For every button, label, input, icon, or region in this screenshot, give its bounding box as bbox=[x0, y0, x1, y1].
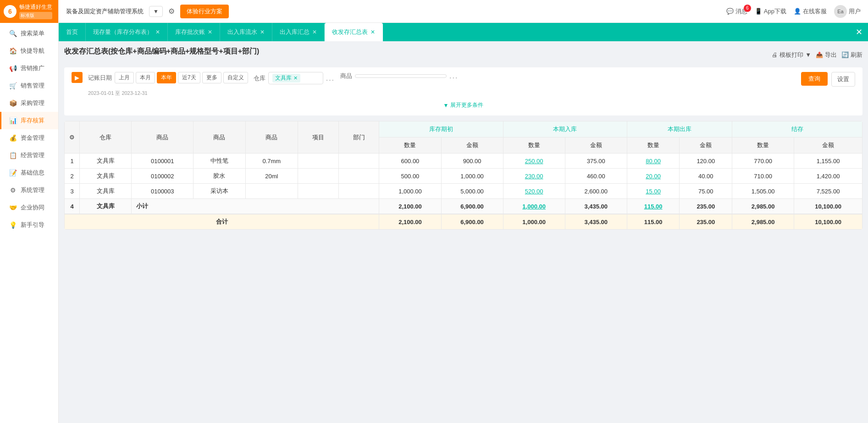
col-department: 部门 bbox=[338, 121, 379, 154]
tab-recv-send-summary[interactable]: 收发存汇总表✕ bbox=[325, 23, 383, 41]
sidebar-item-guide[interactable]: 💡 新手引导 bbox=[0, 216, 58, 234]
col-name: 商品 bbox=[194, 121, 245, 154]
warehouse-filter-input[interactable]: 文具库 ✕ bbox=[268, 72, 323, 84]
sidebar-item-sales[interactable]: 🛒 销售管理 bbox=[0, 77, 58, 94]
sidebar-icon-system: ⚙ bbox=[9, 187, 17, 194]
tab-batch[interactable]: 库存批次账✕ bbox=[168, 23, 220, 41]
sidebar-icon-search: 🔍 bbox=[9, 30, 17, 37]
print-dropdown-icon: ▼ bbox=[805, 51, 811, 58]
sidebar-item-enterprise[interactable]: 🤝 企业协同 bbox=[0, 199, 58, 216]
page-content: 收发存汇总表(按仓库+商品编码+商品+规格型号+项目+部门) 🖨 模板打印 ▼ … bbox=[59, 41, 868, 423]
date-btn-上月[interactable]: 上月 bbox=[115, 72, 134, 83]
warehouse-more[interactable]: ... bbox=[326, 74, 335, 82]
sidebar-item-system[interactable]: ⚙ 系统管理 bbox=[0, 181, 58, 199]
sidebar-icon-basic-info: 📝 bbox=[9, 169, 17, 176]
sidebar-item-inventory[interactable]: 📊 库存核算 bbox=[0, 112, 58, 129]
col-code: 商品 bbox=[132, 121, 194, 154]
expand-icon: ▼ bbox=[443, 102, 449, 109]
sidebar-icon-finance: 💰 bbox=[9, 134, 17, 142]
tab-label-inout-flow: 出入库流水 bbox=[227, 28, 257, 36]
user-action[interactable]: Ea 用户 bbox=[834, 5, 861, 18]
tab-stock-dist[interactable]: 现存量（库存分布表）✕ bbox=[86, 23, 168, 41]
download-icon: 📱 bbox=[755, 8, 762, 15]
table-row: 2 文具库 0100002 胶水 20ml 500.00 1,000.00 23… bbox=[65, 169, 862, 184]
page-header: 收发存汇总表(按仓库+商品编码+商品+规格型号+项目+部门) 🖨 模板打印 ▼ … bbox=[64, 47, 862, 63]
row-project bbox=[298, 154, 339, 169]
total-close-qty: 2,985.00 bbox=[732, 214, 794, 230]
print-action[interactable]: 🖨 模板打印 ▼ bbox=[772, 51, 811, 59]
col-in-qty: 数量 bbox=[503, 137, 565, 154]
subtotal-out-qty: 115.00 bbox=[627, 199, 680, 214]
sidebar-label-enterprise: 企业协同 bbox=[21, 203, 44, 212]
filter-toggle-btn[interactable]: ▶ bbox=[72, 72, 83, 83]
subtotal-open-qty: 2,100.00 bbox=[379, 199, 441, 214]
online-service-action[interactable]: 👤 在线客服 bbox=[794, 7, 827, 16]
tab-close-inout-summary[interactable]: ✕ bbox=[312, 29, 317, 35]
tab-close-batch[interactable]: ✕ bbox=[208, 29, 212, 35]
sidebar-label-marketing: 营销推广 bbox=[21, 64, 44, 72]
total-out-amt: 235.00 bbox=[680, 214, 732, 230]
subtotal-close-amt: 10,100.00 bbox=[794, 199, 862, 214]
date-btn-本年[interactable]: 本年 bbox=[157, 72, 176, 83]
sidebar-item-operation[interactable]: 📋 经营管理 bbox=[0, 147, 58, 164]
row-out-qty[interactable]: 80.00 bbox=[627, 154, 680, 169]
messages-action[interactable]: 💬 消息 6 bbox=[726, 7, 747, 16]
sidebar-item-purchase[interactable]: 📦 采购管理 bbox=[0, 94, 58, 112]
avatar: Ea bbox=[834, 5, 847, 18]
tab-inout-summary[interactable]: 出入库汇总✕ bbox=[272, 23, 325, 41]
system-selector[interactable]: ▼ bbox=[149, 6, 163, 17]
row-open-amt: 1,000.00 bbox=[441, 169, 503, 184]
settings-icon[interactable]: ⚙ bbox=[168, 7, 175, 16]
row-close-qty: 770.00 bbox=[732, 154, 794, 169]
warehouse-tag-close[interactable]: ✕ bbox=[293, 75, 298, 81]
tab-bar: 首页现存量（库存分布表）✕库存批次账✕出入库流水✕出入库汇总✕收发存汇总表✕✕ bbox=[59, 23, 868, 41]
total-close-amt: 10,100.00 bbox=[794, 214, 862, 230]
main-content: 装备及固定资产辅助管理系统 ▼ ⚙ 体验行业方案 💬 消息 6 📱 App下载 … bbox=[59, 0, 868, 423]
query-button[interactable]: 查询 bbox=[801, 72, 828, 86]
sidebar-item-basic-info[interactable]: 📝 基础信息 bbox=[0, 164, 58, 181]
row-in-qty[interactable]: 250.00 bbox=[503, 154, 565, 169]
refresh-action[interactable]: 🔄 刷新 bbox=[841, 51, 862, 59]
service-icon: 👤 bbox=[794, 8, 801, 15]
expand-conditions-btn[interactable]: ▼ 展开更多条件 bbox=[440, 99, 487, 111]
logo-icon: 6 bbox=[4, 5, 17, 18]
sidebar-icon-quick-nav: 🏠 bbox=[9, 47, 17, 55]
row-no: 2 bbox=[65, 169, 80, 184]
sidebar-item-finance[interactable]: 💰 资金管理 bbox=[0, 129, 58, 147]
tab-inout-flow[interactable]: 出入库流水✕ bbox=[220, 23, 272, 41]
tab-bar-close-all[interactable]: ✕ bbox=[850, 27, 868, 37]
subtotal-row: 4 文具库 小计 2,100.00 6,900.00 1,000.00 3,43… bbox=[65, 199, 862, 214]
row-open-amt: 900.00 bbox=[441, 154, 503, 169]
row-in-qty[interactable]: 230.00 bbox=[503, 169, 565, 184]
tab-home[interactable]: 首页 bbox=[59, 23, 86, 41]
row-close-amt: 1,155.00 bbox=[794, 154, 862, 169]
date-btn-自定义[interactable]: 自定义 bbox=[223, 72, 248, 83]
date-btn-更多[interactable]: 更多 bbox=[202, 72, 221, 83]
sidebar-item-quick-nav[interactable]: 🏠 快捷导航 bbox=[0, 42, 58, 60]
row-name: 胶水 bbox=[194, 169, 245, 184]
settings-button[interactable]: 设置 bbox=[831, 72, 855, 87]
sidebar-logo: 6 畅捷通好生意 标准版 bbox=[0, 0, 58, 23]
date-btn-本月[interactable]: 本月 bbox=[136, 72, 155, 83]
sidebar-icon-purchase: 📦 bbox=[9, 99, 17, 107]
row-out-qty[interactable]: 15.00 bbox=[627, 184, 680, 199]
product-more[interactable]: ... bbox=[449, 72, 458, 80]
product-filter-input[interactable] bbox=[355, 74, 447, 78]
sidebar-label-system: 系统管理 bbox=[21, 186, 44, 194]
tab-close-inout-flow[interactable]: ✕ bbox=[260, 29, 265, 35]
sidebar-item-marketing[interactable]: 📢 营销推广 bbox=[0, 60, 58, 77]
tab-close-recv-send-summary[interactable]: ✕ bbox=[370, 29, 375, 35]
col-settings[interactable]: ⚙ bbox=[65, 121, 80, 154]
date-btn-近7天[interactable]: 近7天 bbox=[178, 72, 200, 83]
tab-close-stock-dist[interactable]: ✕ bbox=[155, 29, 160, 35]
sidebar-item-search[interactable]: 🔍 搜索菜单 bbox=[0, 25, 58, 42]
sidebar-icon-marketing: 📢 bbox=[9, 65, 17, 72]
trial-button[interactable]: 体验行业方案 bbox=[180, 5, 229, 18]
sidebar-label-finance: 资金管理 bbox=[21, 134, 44, 142]
col-warehouse: 仓库 bbox=[80, 121, 132, 154]
row-out-qty[interactable]: 20.00 bbox=[627, 169, 680, 184]
export-action[interactable]: 📤 导出 bbox=[816, 51, 837, 59]
row-in-qty[interactable]: 520.00 bbox=[503, 184, 565, 199]
app-download-action[interactable]: 📱 App下载 bbox=[755, 7, 786, 16]
col-out-amt: 金额 bbox=[680, 137, 732, 154]
